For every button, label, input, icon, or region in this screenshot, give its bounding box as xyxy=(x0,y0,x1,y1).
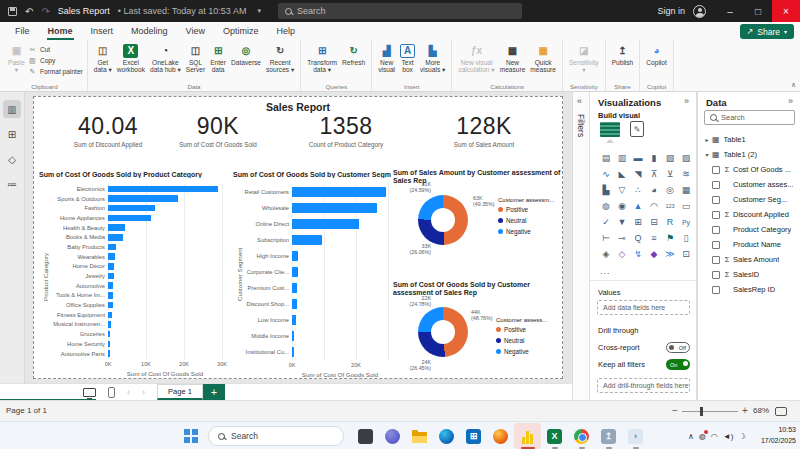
qna-visual-icon[interactable]: Q xyxy=(630,230,646,246)
zoom-in-button[interactable]: + xyxy=(742,405,748,416)
collapse-ribbon-icon[interactable]: ∧ xyxy=(791,81,796,89)
bar-row[interactable]: Home Appliances xyxy=(39,213,227,223)
metrics-scorecard-icon[interactable]: ⚑ xyxy=(662,230,678,246)
fit-to-page-icon[interactable] xyxy=(775,407,787,416)
close-button[interactable]: × xyxy=(772,0,800,22)
collapse-visualizations-icon[interactable]: » xyxy=(684,96,689,106)
copilot-button[interactable]: ◕Copilot xyxy=(644,43,669,67)
bar[interactable] xyxy=(108,341,110,348)
start-button[interactable] xyxy=(184,429,198,443)
bar[interactable] xyxy=(108,224,125,231)
global-search-input[interactable]: Search xyxy=(278,3,522,19)
donut-ring[interactable] xyxy=(418,307,468,357)
bar-row[interactable]: Wholesale xyxy=(233,200,391,216)
expand-filters-icon[interactable]: « xyxy=(577,96,582,106)
bar-row[interactable]: Retail Customers xyxy=(233,184,391,200)
dataverse-button[interactable]: ◎Dataverse xyxy=(229,43,263,67)
add-data-fields-well[interactable]: Add data fields here xyxy=(597,300,690,315)
donut-chart-icon[interactable]: ◎ xyxy=(662,182,678,198)
legend-item[interactable]: Positive xyxy=(496,326,547,333)
recent-button[interactable]: ↻Recent sources ▾ xyxy=(264,43,296,75)
bar-chart-product-category[interactable]: Sum of Cost Of Goods Sold by Product Cat… xyxy=(39,171,227,377)
account-avatar-icon[interactable] xyxy=(693,5,706,18)
bar-row[interactable]: Wearables xyxy=(39,252,227,262)
tab-home[interactable]: Home xyxy=(39,22,82,40)
stacked-bar-chart-icon[interactable]: ▤ xyxy=(598,150,614,166)
legend-item[interactable]: Positive xyxy=(498,206,554,213)
bar[interactable] xyxy=(292,235,322,246)
more-button[interactable]: ▙More visuals ▾ xyxy=(418,43,447,75)
bar[interactable] xyxy=(108,321,111,328)
get-button[interactable]: ◫Get data ▾ xyxy=(92,43,114,75)
sensitivity-button[interactable]: ◪Sensitivity ▾ xyxy=(567,43,601,75)
tab-modeling[interactable]: Modeling xyxy=(122,22,177,40)
network-status-icon[interactable]: ◍ xyxy=(699,432,706,441)
tab-file[interactable]: File xyxy=(6,22,39,40)
bar-row[interactable]: Low Income xyxy=(233,312,391,328)
more-options-button[interactable]: ... xyxy=(600,266,611,276)
bar-row[interactable]: Jewelry xyxy=(39,271,227,281)
bar[interactable] xyxy=(108,273,114,280)
wifi-icon[interactable]: ◠ xyxy=(711,432,718,441)
collapse-data-pane-icon[interactable]: » xyxy=(788,96,793,106)
bar[interactable] xyxy=(292,347,294,358)
bar-row[interactable]: Groceries xyxy=(39,329,227,339)
field-row[interactable]: Product Category xyxy=(698,222,800,237)
bar[interactable] xyxy=(292,283,297,294)
tab-view[interactable]: View xyxy=(177,22,214,40)
python-visual-icon[interactable]: Py xyxy=(678,214,694,230)
bar-row[interactable]: Books & Media xyxy=(39,232,227,242)
bar-row[interactable]: Musical Instrumen... xyxy=(39,320,227,330)
bar-row[interactable]: Office Supplies xyxy=(39,300,227,310)
bar[interactable] xyxy=(292,251,298,262)
chrome-browser-icon[interactable] xyxy=(568,423,595,449)
mobile-layout-button[interactable] xyxy=(108,387,115,398)
legend-item[interactable]: Negative xyxy=(496,348,547,355)
sql-button[interactable]: ◫SQL Server xyxy=(184,43,207,75)
tree-chevron-icon[interactable]: ▾ xyxy=(702,151,712,158)
bar-row[interactable]: Fashion xyxy=(39,203,227,213)
field-checkbox[interactable] xyxy=(712,271,720,279)
bar-row[interactable]: Online Direct xyxy=(233,216,391,232)
format-visual-tab-icon[interactable]: ✎ xyxy=(630,121,644,137)
multi-row-card-icon[interactable]: ▭ xyxy=(678,198,694,214)
bar[interactable] xyxy=(108,186,218,193)
maximize-button[interactable]: □ xyxy=(744,0,772,22)
excel-app-icon[interactable]: X xyxy=(541,423,568,449)
waterfall-chart-icon[interactable]: ▙ xyxy=(598,182,614,198)
tray-expand-icon[interactable]: ∧ xyxy=(688,432,694,441)
edge-browser-icon[interactable] xyxy=(433,423,460,449)
gray-arrow-app-icon[interactable]: ↥ xyxy=(595,423,622,449)
table-row-table1[interactable]: ▸▦Table1 xyxy=(698,132,800,147)
field-row[interactable]: Customer asses... xyxy=(698,177,800,192)
zoom-slider-handle[interactable] xyxy=(700,407,703,416)
page-tab[interactable]: Page 1 xyxy=(157,384,203,400)
blue-arrow-app-icon[interactable]: › xyxy=(622,423,649,449)
table-view-icon[interactable]: ⊞ xyxy=(3,125,21,143)
field-row[interactable]: ΣCost Of Goods ... xyxy=(698,162,800,177)
refresh-button[interactable]: ↻Refresh xyxy=(340,43,367,67)
legend-item[interactable]: Neutral xyxy=(498,217,554,224)
bar-row[interactable]: Institutional Cu... xyxy=(233,344,391,360)
paste-button[interactable]: ▣Paste ▾ xyxy=(6,43,27,75)
new-button[interactable]: ▦New measure xyxy=(498,43,528,75)
title-caret-icon[interactable]: ▾ xyxy=(257,7,261,15)
tab-optimize[interactable]: Optimize xyxy=(214,22,268,40)
firefox-browser-icon[interactable] xyxy=(487,423,514,449)
donut-ring[interactable] xyxy=(418,195,468,245)
key-influencers-icon[interactable]: ⊸ xyxy=(614,230,630,246)
bar[interactable] xyxy=(108,302,113,309)
partner-visual-icon[interactable]: ≫ xyxy=(662,246,678,262)
metric-visual-icon[interactable]: ◆ xyxy=(646,246,662,262)
field-row[interactable]: Product Name xyxy=(698,237,800,252)
bar[interactable] xyxy=(292,267,298,278)
bar[interactable] xyxy=(292,299,297,310)
field-row[interactable]: SalesRep ID xyxy=(698,282,800,297)
bar-row[interactable]: Automotive xyxy=(39,281,227,291)
add-drill-through-fields-well[interactable]: Add drill-through fields here xyxy=(597,378,690,393)
bar-row[interactable]: Fitness Equipment xyxy=(39,310,227,320)
tab-insert[interactable]: Insert xyxy=(82,22,123,40)
100-stacked-bar-chart-icon[interactable]: ▧ xyxy=(662,150,678,166)
bar-row[interactable]: Baby Products xyxy=(39,242,227,252)
bar[interactable] xyxy=(292,219,359,230)
